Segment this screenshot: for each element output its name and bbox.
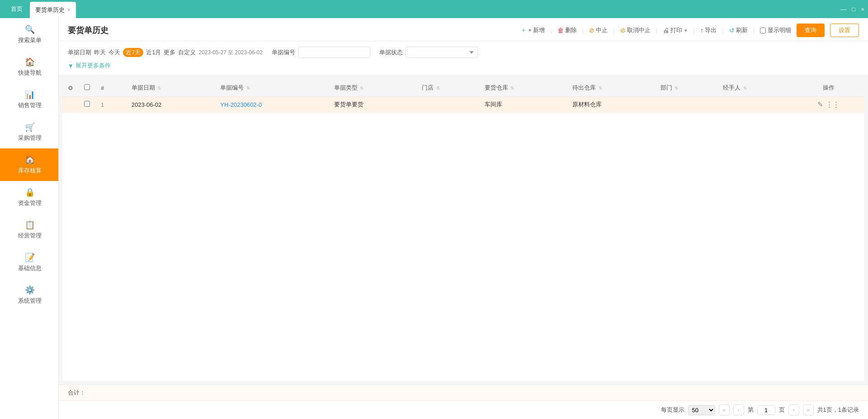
col-handler[interactable]: 经手人 ⇅ (717, 79, 793, 97)
col-checkbox (79, 79, 95, 97)
col-date[interactable]: 单据日期 ⇅ (126, 79, 215, 97)
sidebar-item-finance[interactable]: 🔒 资金管理 (0, 181, 58, 214)
doc-status-label: 单据状态 (379, 48, 403, 57)
date-range-display: 2023-05-27 至 2023-06-02 (198, 49, 262, 57)
sidebar-item-operations[interactable]: 📋 经营管理 (0, 214, 58, 246)
date-sort-icon: ⇅ (157, 86, 161, 90)
first-page-button[interactable]: « (719, 405, 730, 415)
cancel-stop-icon: ⊘ (620, 27, 626, 34)
active-tab[interactable]: 要货单历史 × (30, 2, 76, 18)
sidebar: 🔍 搜索菜单 🏠 快捷导航 📊 销售管理 🛒 采购管理 🏠 库存核算 🔒 资金管… (0, 18, 59, 419)
doc-status-select[interactable] (406, 47, 478, 58)
search-menu-icon: 🔍 (25, 24, 35, 34)
row-ops-icons: ✎ ⋮⋮ (798, 100, 859, 109)
next-page-button[interactable]: › (788, 405, 799, 415)
sidebar-item-inventory[interactable]: 🏠 库存核算 (0, 148, 58, 181)
print-button[interactable]: 🖨 打印 ▼ (663, 26, 688, 34)
per-page-select[interactable]: 50 10 20 100 (688, 405, 715, 415)
sidebar-item-label: 资金管理 (18, 199, 42, 207)
query-button[interactable]: 查询 (797, 24, 825, 37)
new-button[interactable]: ＋ + 新增 (520, 26, 545, 34)
maximize-icon[interactable]: □ (852, 6, 856, 13)
table-area: ⚙ # 单据日期 ⇅ 单据编号 ⇅ (62, 79, 864, 381)
date-shortcut-more[interactable]: 更多 (164, 48, 175, 57)
export-button[interactable]: ↑ 导出 (700, 26, 717, 34)
chevron-down-icon: ▼ (68, 62, 74, 69)
sidebar-item-basic[interactable]: 📝 基础信息 (0, 246, 58, 279)
col-settings[interactable]: ⚙ (62, 79, 79, 97)
header-actions: ＋ + 新增 | 🗑 删除 | ⊘ 中止 | ⊘ 取消中止 | (520, 24, 859, 37)
col-req-warehouse[interactable]: 要货仓库 ⇅ (479, 79, 567, 97)
close-tab-icon[interactable]: × (67, 7, 71, 13)
row-department (655, 97, 717, 113)
doc-number-filter-item: 单据编号 (272, 47, 370, 58)
display-detail-checkbox[interactable] (760, 28, 766, 33)
date-shortcut-yesterday[interactable]: 昨天 (94, 48, 106, 57)
summary-label: 合计： (68, 389, 85, 397)
active-tab-label: 要货单历史 (35, 6, 65, 14)
row-more-icon[interactable]: ⋮⋮ (826, 100, 840, 109)
col-pending-warehouse[interactable]: 待出仓库 ⇅ (567, 79, 655, 97)
table-footer: 合计： (59, 385, 868, 400)
sidebar-item-search[interactable]: 🔍 搜索菜单 (0, 18, 58, 51)
row-date: 2023-06-02 (126, 97, 215, 113)
date-shortcut-custom[interactable]: 自定义 (178, 48, 196, 57)
export-icon: ↑ (700, 27, 703, 34)
page-header: 要货单历史 ＋ + 新增 | 🗑 删除 | ⊘ 中止 | ⊘ (59, 18, 868, 41)
row-store (416, 97, 479, 113)
sidebar-item-sales[interactable]: 📊 销售管理 (0, 83, 58, 116)
date-shortcut-1month[interactable]: 近1月 (146, 48, 161, 57)
content-area: 要货单历史 ＋ + 新增 | 🗑 删除 | ⊘ 中止 | ⊘ (59, 18, 868, 419)
sidebar-item-quicknav[interactable]: 🏠 快捷导航 (0, 51, 58, 83)
doc-status-filter-item: 单据状态 (379, 47, 478, 58)
sidebar-item-label: 采购管理 (18, 134, 42, 142)
row-ops-col: ✎ ⋮⋮ (793, 97, 864, 113)
col-operations: 操作 (793, 79, 864, 97)
date-filter-label: 单据日期 (68, 48, 91, 57)
page-suffix: 页 (779, 406, 785, 414)
date-shortcut-7days[interactable]: 近7天 (123, 48, 143, 57)
row-edit-icon[interactable]: ✎ (817, 100, 823, 109)
sidebar-item-system[interactable]: ⚙️ 系统管理 (0, 279, 58, 311)
page-input[interactable] (757, 405, 775, 415)
date-shortcut-today[interactable]: 今天 (108, 48, 120, 57)
row-docno-link[interactable]: YH-20230602-0 (220, 101, 262, 108)
row-doctype: 要货单要货 (329, 97, 417, 113)
pendwh-sort-icon: ⇅ (599, 86, 602, 90)
date-filter-item: 单据日期 昨天 今天 近7天 近1月 更多 自定义 2023-05-27 至 2… (68, 48, 263, 57)
window-controls: — □ × (841, 6, 864, 13)
expand-more-button[interactable]: ▼ 展开更多条件 (68, 62, 859, 70)
data-table: ⚙ # 单据日期 ⇅ 单据编号 ⇅ (62, 79, 864, 113)
setting-button[interactable]: 设置 (830, 24, 859, 37)
cancel-stop-button[interactable]: ⊘ 取消中止 (620, 26, 651, 34)
col-store[interactable]: 门店 ⇅ (416, 79, 479, 97)
row-handler (717, 97, 793, 113)
minimize-icon[interactable]: — (841, 6, 847, 13)
stop-button[interactable]: ⊘ 中止 (589, 26, 608, 34)
select-all-checkbox[interactable] (84, 84, 90, 90)
sidebar-item-label: 库存核算 (18, 167, 42, 175)
docno-sort-icon: ⇅ (246, 86, 250, 90)
sidebar-item-purchase[interactable]: 🛒 采购管理 (0, 116, 58, 148)
system-icon: ⚙️ (25, 285, 35, 295)
close-window-icon[interactable]: × (861, 6, 864, 13)
delete-button[interactable]: 🗑 删除 (557, 26, 577, 34)
col-docno[interactable]: 单据编号 ⇅ (215, 79, 328, 97)
per-page-label: 每页显示 (661, 406, 684, 414)
refresh-button[interactable]: ↺ 刷新 (729, 26, 748, 34)
last-page-button[interactable]: » (803, 405, 814, 415)
prev-page-button[interactable]: ‹ (733, 405, 744, 415)
doc-number-input[interactable] (298, 47, 370, 58)
page-title: 要货单历史 (68, 25, 108, 36)
purchase-icon: 🛒 (25, 122, 35, 132)
row-checkbox[interactable] (84, 101, 90, 107)
stop-icon: ⊘ (589, 27, 594, 34)
sidebar-item-label: 系统管理 (18, 297, 42, 305)
filter-row: 单据日期 昨天 今天 近7天 近1月 更多 自定义 2023-05-27 至 2… (68, 47, 859, 58)
filter-area: 单据日期 昨天 今天 近7天 近1月 更多 自定义 2023-05-27 至 2… (59, 41, 868, 76)
home-tab[interactable]: 首页 (4, 0, 30, 18)
col-doctype[interactable]: 单据类型 ⇅ (329, 79, 417, 97)
row-checkbox-col (79, 97, 95, 113)
row-settings-col (62, 97, 79, 113)
col-department[interactable]: 部门 ⇅ (655, 79, 717, 97)
